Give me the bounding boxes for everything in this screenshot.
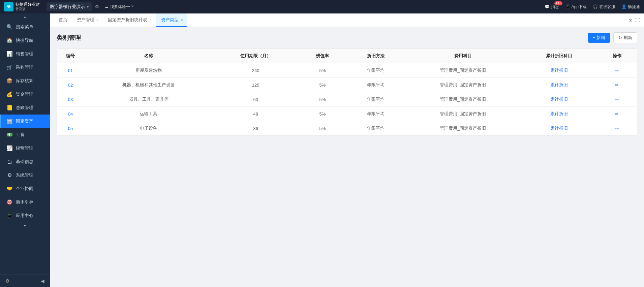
sidebar-item-fixed[interactable]: 🏢 固定资产 [0, 115, 50, 128]
page-title: 类别管理 [57, 34, 81, 42]
topbar: 畅 畅捷通好业财 普及版 医疗器械行业演示 ▾ ⚙ ☁ 我要体验一下 💬 消息 … [0, 0, 644, 13]
asset-type-table: 编号 名称 使用期限（月） 残值率 折旧方法 费用科目 累计折旧科目 操作 01… [57, 49, 637, 136]
tab-home-label: 首页 [59, 17, 67, 23]
sidebar-scroll-up[interactable]: ▲ [0, 13, 50, 20]
cloud-icon: ☁ [104, 4, 109, 9]
cell-months: 120 [213, 78, 298, 92]
cell-expense: 管理费用_固定资产折旧 [405, 92, 521, 107]
cell-code: 05 [57, 121, 84, 136]
tab-expand-icon[interactable]: ⛶ [635, 18, 640, 23]
sidebar-item-payroll[interactable]: 💵 工资 [0, 128, 50, 141]
sidebar-item-search-label: 搜索菜单 [16, 24, 33, 30]
cell-name: 电子设备 [84, 121, 213, 136]
sidebar-item-purchase[interactable]: 🛒 采购管理 [0, 61, 50, 74]
tabbar-right: ✕ ⛶ [628, 18, 640, 23]
funds-icon: 💰 [6, 91, 12, 97]
cell-accum: 累计折旧 [521, 121, 597, 136]
cell-salvage: 5% [298, 121, 347, 136]
tab-asset-type-close[interactable]: × [181, 18, 183, 22]
col-method: 折旧方法 [347, 49, 405, 63]
cell-action[interactable]: ✏ [597, 121, 637, 136]
fixed-assets-icon: 🏢 [6, 118, 12, 124]
cell-action[interactable]: ✏ [597, 107, 637, 121]
table-header-row: 编号 名称 使用期限（月） 残值率 折旧方法 费用科目 累计折旧科目 操作 [57, 49, 637, 63]
gear-icon[interactable]: ⚙ [95, 4, 99, 10]
company-name: 医疗器械行业演示 [50, 4, 85, 10]
ledger-icon: 📒 [6, 105, 12, 111]
tab-depreciation[interactable]: 固定资产折旧统计表 × [103, 13, 156, 27]
chevron-down-icon: ▾ [87, 5, 89, 9]
cell-months: 60 [213, 92, 298, 107]
table-row: 03器具、工具、家具等605%年限平均管理费用_固定资产折旧累计折旧✏ [57, 92, 637, 107]
cell-action[interactable]: ✏ [597, 78, 637, 92]
collapse-icon[interactable]: ◀ [41, 278, 44, 284]
sidebar-item-quicknav[interactable]: 🏠 快捷导航 [0, 34, 50, 47]
sidebar-scroll-down[interactable]: ▼ [0, 222, 50, 229]
app-logo: 畅 畅捷通好业财 普及版 [4, 2, 40, 11]
tab-asset-type[interactable]: 资产类型 × [156, 13, 187, 27]
settings-icon[interactable]: ⚙ [5, 278, 10, 284]
col-months: 使用期限（月） [213, 49, 298, 63]
refresh-button[interactable]: ↻ 刷新 [613, 32, 637, 43]
cell-method: 年限平均 [347, 92, 405, 107]
tabbar: 首页 资产管理 × 固定资产折旧统计表 × 资产类型 × ✕ ⛶ [50, 13, 644, 27]
logo-sub: 普及版 [16, 7, 40, 11]
cell-accum: 累计折旧 [521, 63, 597, 78]
sidebar-item-system[interactable]: ⚙ 系统管理 [0, 168, 50, 182]
user-label: 畅捷通 [628, 4, 640, 10]
tab-close-window-icon[interactable]: ✕ [628, 18, 633, 23]
message-btn[interactable]: 💬 消息 99+ [545, 4, 559, 10]
app-download-btn[interactable]: 📱 App下载 [565, 4, 587, 10]
refresh-icon: ↻ [618, 35, 622, 40]
service-btn[interactable]: 🎧 在线客服 [593, 4, 615, 10]
cell-method: 年限平均 [347, 107, 405, 121]
table-row: 05电子设备365%年限平均管理费用_固定资产折旧累计折旧✏ [57, 121, 637, 136]
app-download-label: App下载 [572, 4, 587, 10]
cell-action[interactable]: ✏ [597, 92, 637, 107]
cell-months: 48 [213, 107, 298, 121]
inventory-icon: 📦 [6, 78, 12, 84]
cell-name: 器具、工具、家具等 [84, 92, 213, 107]
tab-asset-mgmt[interactable]: 资产管理 × [72, 13, 103, 27]
sidebar-item-baseinfo[interactable]: 🗂 基础信息 [0, 155, 50, 168]
refresh-label: 刷新 [623, 35, 632, 41]
payroll-icon: 💵 [6, 132, 12, 138]
table-row: 01房屋及建筑物2405%年限平均管理费用_固定资产折旧累计折旧✏ [57, 63, 637, 78]
sidebar-item-sales[interactable]: 📊 销售管理 [0, 47, 50, 61]
cell-expense: 管理费用_固定资产折旧 [405, 78, 521, 92]
col-salvage: 残值率 [298, 49, 347, 63]
tab-home[interactable]: 首页 [54, 13, 72, 27]
appstore-icon: 📱 [6, 213, 12, 219]
sidebar-item-funds[interactable]: 💰 资金管理 [0, 88, 50, 101]
user-btn[interactable]: 👤 畅捷通 [621, 4, 640, 10]
sidebar-item-funds-label: 资金管理 [16, 91, 33, 97]
company-selector[interactable]: 医疗器械行业演示 ▾ [47, 2, 92, 11]
sidebar-item-baseinfo-label: 基础信息 [16, 159, 33, 165]
cell-action[interactable]: ✏ [597, 63, 637, 78]
cell-method: 年限平均 [347, 121, 405, 136]
cell-code: 04 [57, 107, 84, 121]
table-row: 04运输工具485%年限平均管理费用_固定资产折旧累计折旧✏ [57, 107, 637, 121]
new-button[interactable]: + 新增 [588, 33, 610, 43]
sidebar-item-enterprise[interactable]: 🤝 企业协同 [0, 182, 50, 195]
sidebar-item-inventory[interactable]: 📦 库存核算 [0, 74, 50, 88]
page-content: 类别管理 + 新增 ↻ 刷新 编号 名称 使用期限（月） [50, 27, 644, 287]
col-expense: 费用科目 [405, 49, 521, 63]
sidebar-item-system-label: 系统管理 [16, 172, 33, 178]
sidebar-item-quicknav-label: 快捷导航 [16, 37, 33, 43]
sidebar-item-appstore[interactable]: 📱 应用中心 [0, 209, 50, 222]
cell-method: 年限平均 [347, 63, 405, 78]
sidebar-item-operations[interactable]: 📈 经营管理 [0, 141, 50, 155]
sidebar-item-search[interactable]: 🔍 搜索菜单 [0, 20, 50, 34]
purchase-icon: 🛒 [6, 64, 12, 70]
sidebar-item-enterprise-label: 企业协同 [16, 186, 33, 192]
tab-asset-mgmt-close[interactable]: × [96, 18, 98, 22]
tab-depreciation-label: 固定资产折旧统计表 [108, 17, 147, 23]
sidebar-item-guide[interactable]: 🎯 新手引导 [0, 195, 50, 209]
cell-name: 房屋及建筑物 [84, 63, 213, 78]
sidebar-item-appstore-label: 应用中心 [16, 213, 33, 219]
sidebar-item-ledger[interactable]: 📒 总账管理 [0, 101, 50, 115]
cell-expense: 管理费用_固定资产折旧 [405, 63, 521, 78]
experience-btn[interactable]: ☁ 我要体验一下 [104, 4, 134, 10]
tab-depreciation-close[interactable]: × [149, 18, 151, 22]
